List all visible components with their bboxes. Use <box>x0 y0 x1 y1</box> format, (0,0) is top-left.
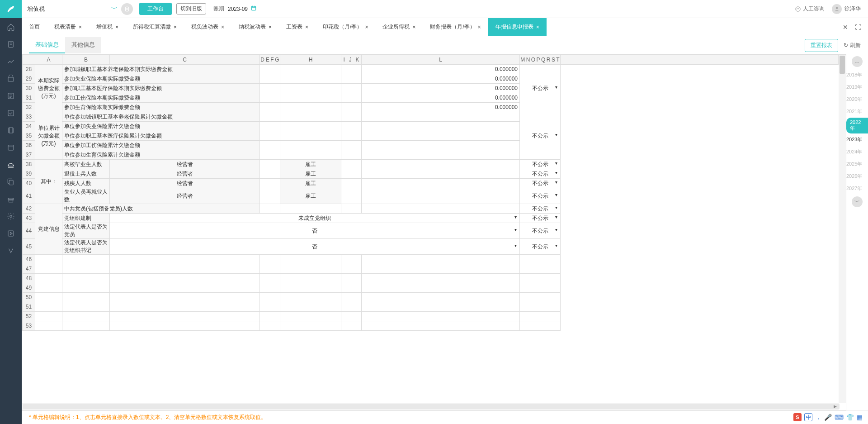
consult-label: 人工咨询 <box>803 5 825 13</box>
period-value[interactable]: 2023-09 <box>228 6 248 12</box>
calendar-icon[interactable] <box>250 5 257 13</box>
doc-icon-button[interactable] <box>121 3 133 15</box>
app-logo[interactable] <box>0 0 22 18</box>
consult-button[interactable]: 人工咨询 <box>795 5 825 13</box>
svg-point-8 <box>836 7 838 9</box>
switch-old-button[interactable]: 切到旧版 <box>176 3 206 14</box>
period-label: 账期 <box>213 5 224 13</box>
top-header: 增值税 ﹀ 工作台 切到旧版 账期 2023-09 人工咨询 徐泽华 <box>0 0 868 18</box>
entity-selector[interactable]: 增值税 ﹀ <box>27 5 118 13</box>
svg-rect-3 <box>251 6 255 10</box>
workbench-button[interactable]: 工作台 <box>139 3 172 15</box>
username[interactable]: 徐泽华 <box>844 5 861 13</box>
chevron-down-icon: ﹀ <box>111 5 118 13</box>
svg-point-7 <box>796 6 801 11</box>
entity-name: 增值税 <box>27 5 45 13</box>
avatar-icon[interactable] <box>832 4 842 14</box>
